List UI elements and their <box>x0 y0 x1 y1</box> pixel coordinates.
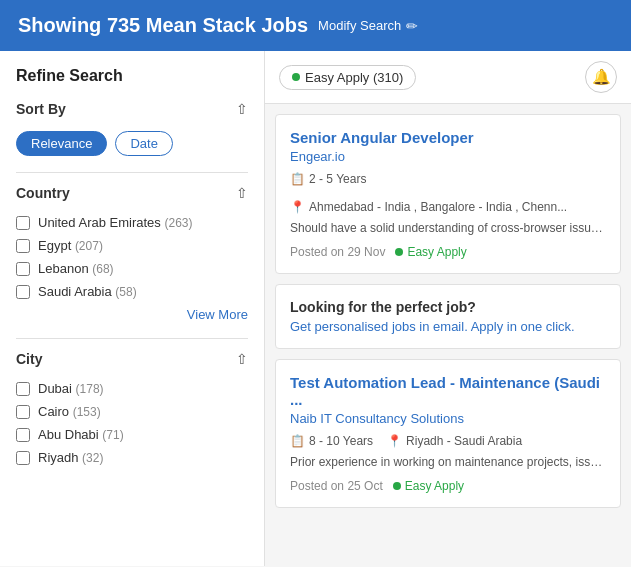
job-meta-2: 📋 8 - 10 Years 📍 Riyadh - Saudi Arabia <box>290 434 606 448</box>
city-item-cairo[interactable]: Cairo (153) <box>16 404 248 419</box>
country-name-uae: United Arab Emirates <box>38 215 161 230</box>
job-listings-content: Easy Apply (310) 🔔 Senior Angular Develo… <box>265 51 631 566</box>
promo-text: Get personalised jobs in email. Apply in… <box>290 319 606 334</box>
country-count-saudi: (58) <box>115 285 136 299</box>
city-count-cairo: (153) <box>73 405 101 419</box>
divider-1 <box>16 172 248 173</box>
promo-title: Looking for the perfect job? <box>290 299 606 315</box>
city-section: City ⇧ Dubai (178) Cairo (153) <box>16 351 248 465</box>
city-name-abudhabi: Abu Dhabi <box>38 427 99 442</box>
job-description-1: Should have a solid understanding of cro… <box>290 220 606 237</box>
country-checkbox-saudi[interactable] <box>16 285 30 299</box>
job-card-2: Test Automation Lead - Maintenance (Saud… <box>275 359 621 508</box>
city-label: City <box>16 351 42 367</box>
country-item-egypt[interactable]: Egypt (207) <box>16 238 248 253</box>
job-title-1[interactable]: Senior Angular Developer <box>290 129 606 146</box>
country-name-lebanon: Lebanon <box>38 261 89 276</box>
sidebar-title: Refine Search <box>16 67 248 85</box>
city-checkbox-abudhabi[interactable] <box>16 428 30 442</box>
country-count-uae: (263) <box>164 216 192 230</box>
job-location-1: 📍 Ahmedabad - India , Bangalore - India … <box>290 200 567 214</box>
pencil-icon: ✏ <box>406 18 418 34</box>
city-chevron-icon: ⇧ <box>236 351 248 367</box>
city-name-cairo: Cairo <box>38 404 69 419</box>
city-checkbox-riyadh[interactable] <box>16 451 30 465</box>
filter-bar: Easy Apply (310) 🔔 <box>265 51 631 104</box>
country-checkbox-uae[interactable] <box>16 216 30 230</box>
modify-search-label: Modify Search <box>318 18 401 33</box>
divider-2 <box>16 338 248 339</box>
job-posted-date-2: Posted on 25 Oct <box>290 479 383 493</box>
city-checkbox-dubai[interactable] <box>16 382 30 396</box>
country-name-egypt: Egypt <box>38 238 71 253</box>
country-checkbox-egypt[interactable] <box>16 239 30 253</box>
country-header: Country ⇧ <box>16 185 248 205</box>
country-name-saudi: Saudi Arabia <box>38 284 112 299</box>
city-name-riyadh: Riyadh <box>38 450 78 465</box>
job-title-2[interactable]: Test Automation Lead - Maintenance (Saud… <box>290 374 606 408</box>
modify-search-link[interactable]: Modify Search ✏ <box>318 18 418 34</box>
easy-apply-dot-icon-2 <box>393 482 401 490</box>
page-title: Showing 735 Mean Stack Jobs <box>18 14 308 37</box>
easy-apply-label-2: Easy Apply <box>405 479 464 493</box>
easy-apply-filter-label: Easy Apply (310) <box>305 70 403 85</box>
easy-apply-filter-tag[interactable]: Easy Apply (310) <box>279 65 416 90</box>
job-card-1: Senior Angular Developer Engear.io 📋 2 -… <box>275 114 621 274</box>
city-item-riyadh[interactable]: Riyadh (32) <box>16 450 248 465</box>
company-name-1[interactable]: Engear.io <box>290 149 606 164</box>
country-view-more[interactable]: View More <box>16 307 248 322</box>
easy-apply-dot-icon <box>292 73 300 81</box>
country-section: Country ⇧ United Arab Emirates (263) Egy… <box>16 185 248 322</box>
promo-card: Looking for the perfect job? Get persona… <box>275 284 621 349</box>
sort-date-button[interactable]: Date <box>115 131 172 156</box>
job-location-2: 📍 Riyadh - Saudi Arabia <box>387 434 522 448</box>
job-meta-1: 📋 2 - 5 Years 📍 Ahmedabad - India , Bang… <box>290 172 606 214</box>
main-layout: Refine Search Sort By ⇧ Relevance Date C… <box>0 51 631 566</box>
job-description-2: Prior experience in working on maintenan… <box>290 454 606 471</box>
country-item-uae[interactable]: United Arab Emirates (263) <box>16 215 248 230</box>
sort-buttons: Relevance Date <box>16 131 248 156</box>
job-footer-1: Posted on 29 Nov Easy Apply <box>290 245 606 259</box>
job-posted-date-1: Posted on 29 Nov <box>290 245 385 259</box>
briefcase-icon-2: 📋 <box>290 434 305 448</box>
city-item-abudhabi[interactable]: Abu Dhabi (71) <box>16 427 248 442</box>
easy-apply-badge-2: Easy Apply <box>393 479 464 493</box>
country-count-lebanon: (68) <box>92 262 113 276</box>
sort-by-chevron-icon: ⇧ <box>236 101 248 117</box>
location-icon-2: 📍 <box>387 434 402 448</box>
city-checkbox-cairo[interactable] <box>16 405 30 419</box>
sort-by-label: Sort By <box>16 101 66 117</box>
city-name-dubai: Dubai <box>38 381 72 396</box>
job-experience-2: 📋 8 - 10 Years <box>290 434 373 448</box>
country-checkbox-lebanon[interactable] <box>16 262 30 276</box>
sort-relevance-button[interactable]: Relevance <box>16 131 107 156</box>
city-count-riyadh: (32) <box>82 451 103 465</box>
briefcase-icon: 📋 <box>290 172 305 186</box>
sort-by-header: Sort By ⇧ <box>16 101 248 121</box>
sidebar: Refine Search Sort By ⇧ Relevance Date C… <box>0 51 265 566</box>
bell-icon: 🔔 <box>592 68 611 86</box>
country-item-saudi[interactable]: Saudi Arabia (58) <box>16 284 248 299</box>
job-experience-1: 📋 2 - 5 Years <box>290 172 366 186</box>
city-header: City ⇧ <box>16 351 248 371</box>
location-icon: 📍 <box>290 200 305 214</box>
country-item-lebanon[interactable]: Lebanon (68) <box>16 261 248 276</box>
sort-by-section: Sort By ⇧ Relevance Date <box>16 101 248 156</box>
job-footer-2: Posted on 25 Oct Easy Apply <box>290 479 606 493</box>
company-name-2[interactable]: Naib IT Consultancy Solutions <box>290 411 606 426</box>
country-count-egypt: (207) <box>75 239 103 253</box>
easy-apply-badge-1: Easy Apply <box>395 245 466 259</box>
city-count-dubai: (178) <box>76 382 104 396</box>
easy-apply-dot-icon-1 <box>395 248 403 256</box>
notification-bell-button[interactable]: 🔔 <box>585 61 617 93</box>
easy-apply-label-1: Easy Apply <box>407 245 466 259</box>
city-count-abudhabi: (71) <box>102 428 123 442</box>
city-item-dubai[interactable]: Dubai (178) <box>16 381 248 396</box>
country-label: Country <box>16 185 70 201</box>
header: Showing 735 Mean Stack Jobs Modify Searc… <box>0 0 631 51</box>
country-chevron-icon: ⇧ <box>236 185 248 201</box>
